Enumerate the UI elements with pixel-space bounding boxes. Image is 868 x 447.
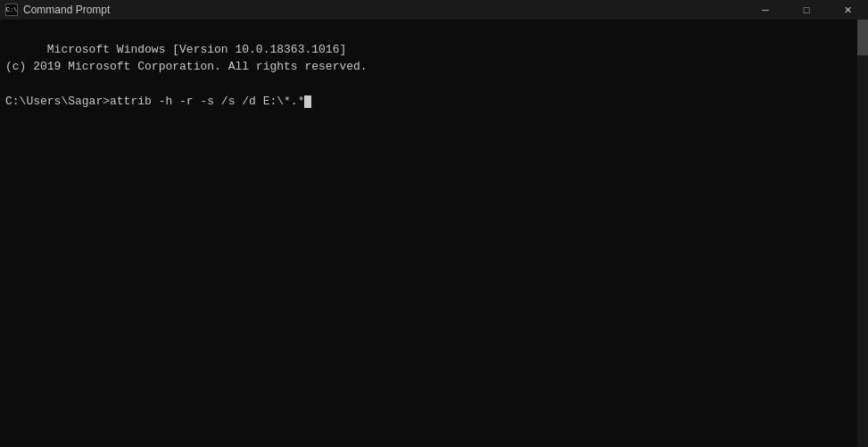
- window-title: Command Prompt: [23, 4, 110, 16]
- scrollbar[interactable]: [857, 20, 868, 447]
- console-line-1: Microsoft Windows [Version 10.0.18363.10…: [47, 43, 346, 56]
- console-output: Microsoft Windows [Version 10.0.18363.10…: [5, 23, 863, 128]
- console-line-4: C:\Users\Sagar>attrib -h -r -s /s /d E:\…: [5, 95, 304, 108]
- scrollbar-thumb[interactable]: [857, 20, 868, 55]
- title-bar: C:\ Command Prompt ─ □ ✕: [0, 0, 868, 20]
- window-controls: ─ □ ✕: [745, 0, 868, 20]
- minimize-button[interactable]: ─: [745, 0, 786, 20]
- maximize-button[interactable]: □: [786, 0, 827, 20]
- cmd-icon: C:\: [5, 4, 18, 16]
- cmd-app-icon: C:\: [5, 4, 18, 16]
- close-button[interactable]: ✕: [827, 0, 868, 20]
- console-body[interactable]: Microsoft Windows [Version 10.0.18363.10…: [0, 20, 868, 447]
- cmd-window: C:\ Command Prompt ─ □ ✕ Microsoft Windo…: [0, 0, 868, 447]
- title-bar-left: C:\ Command Prompt: [5, 4, 110, 16]
- cursor: [304, 95, 311, 108]
- console-line-2: (c) 2019 Microsoft Corporation. All righ…: [5, 60, 368, 73]
